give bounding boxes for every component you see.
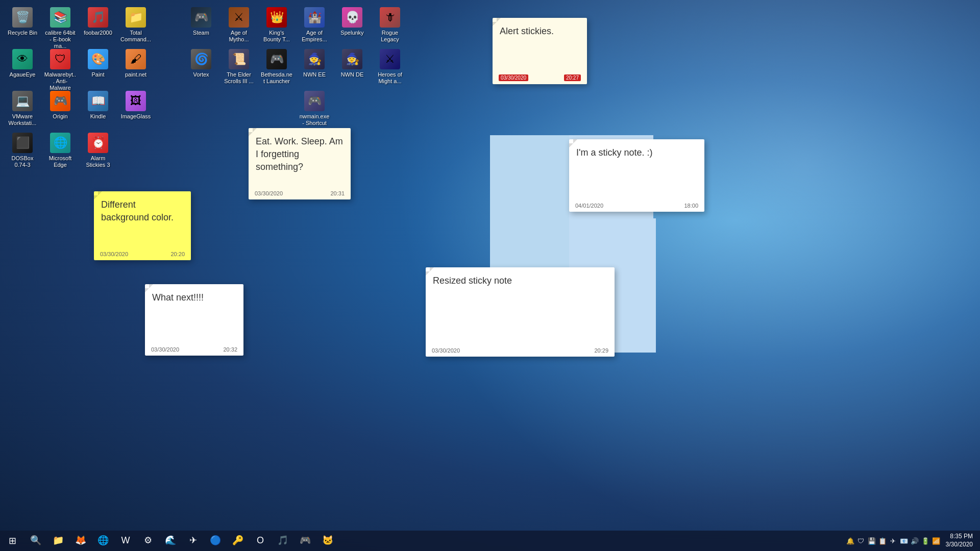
icon-img-bethesda: 🎮 (266, 49, 287, 69)
note-date-sticky: 04/01/2020 (575, 203, 603, 209)
tb-opera[interactable]: O (249, 531, 272, 551)
tray-icon-5[interactable]: ✈ (889, 536, 898, 545)
icon-label-nwnee: NWN EE (303, 71, 326, 78)
note-footer-sticky: 04/01/2020 18:00 (575, 203, 698, 209)
icon-grid-right: 🎮 Steam ⚔ Age of Mytho... 👑 King's Bount… (179, 0, 412, 133)
tb-ie[interactable]: 🌐 (92, 531, 114, 551)
icon-img-spelunky: 💀 (342, 7, 362, 28)
icon-img-paintnet: 🖌 (126, 49, 146, 69)
desktop-icon-alarm[interactable]: ⏰ Alarm Stickies 3 (80, 130, 116, 170)
tb-firefox[interactable]: 🦊 (69, 531, 92, 551)
desktop-icon-age-myth[interactable]: ⚔ Age of Mytho... (220, 4, 257, 45)
icon-label-recycle-bin: Recycle Bin (8, 30, 37, 36)
icon-label-age-myth: Age of Mytho... (223, 30, 255, 43)
desktop-icon-paint[interactable]: 🎨 Paint (80, 46, 116, 87)
icon-img-imageglass: 🖼 (126, 91, 146, 111)
tb-telegram[interactable]: ✈ (182, 531, 204, 551)
tb-game[interactable]: 🎮 (294, 531, 316, 551)
desktop-icon-imageglass[interactable]: 🖼 ImageGlass (117, 88, 154, 129)
note-time-next: 20:32 (223, 346, 237, 353)
desktop-icon-dosbox[interactable]: ⬛ DOSBox 0.74-3 (4, 130, 41, 170)
desktop-icon-agaue[interactable]: 👁 AgaueEye (4, 46, 41, 87)
tb-edge[interactable]: 🌊 (159, 531, 182, 551)
icon-label-total-cmd: Total Command... (119, 30, 152, 43)
desktop-icon-total-cmd[interactable]: 📁 Total Command... (117, 4, 154, 45)
icon-label-heroes: Heroes of Might a... (374, 71, 406, 85)
desktop-icons-left: 🗑️ Recycle Bin 📚 calibre 64bit - E-book … (0, 0, 158, 174)
note-time-sticky: 18:00 (684, 203, 698, 209)
sticky-note-sticky[interactable]: I'm a sticky note. :) 04/01/2020 18:00 (569, 139, 704, 212)
desktop-icon-edge[interactable]: 🌐 Microsoft Edge (42, 130, 79, 170)
note-footer-yellow: 03/30/2020 20:20 (100, 251, 185, 257)
note-date-resized: 03/30/2020 (432, 347, 460, 354)
icon-label-bethesda: Bethesda.net Launcher (260, 71, 293, 85)
tb-word[interactable]: W (114, 531, 137, 551)
desktop-icon-age-emp[interactable]: 🏰 Age of Empires... (296, 4, 333, 45)
icon-img-dosbox: ⬛ (12, 133, 33, 153)
desktop-icon-recycle-bin[interactable]: 🗑️ Recycle Bin (4, 4, 41, 45)
note-text-work: Eat. Work. Sleep. Am I forgetting someth… (256, 135, 344, 174)
clock-time: 8:35 PM (950, 533, 973, 541)
desktop-icon-paintnet[interactable]: 🖌 paint.net (117, 46, 154, 87)
taskbar-right: 🔔 🛡 💾 📋 ✈ 📧 🔊 🔋 📶 8:35 PM 3/30/2020 (846, 531, 980, 551)
sticky-note-alert[interactable]: Alert stickies. 03/30/2020 20:27 (493, 18, 587, 84)
desktop-icon-kings[interactable]: 👑 King's Bounty T... (258, 4, 295, 45)
desktop-icon-heroes[interactable]: ⚔ Heroes of Might a... (372, 46, 408, 87)
icon-img-kings: 👑 (266, 7, 287, 28)
sticky-note-yellow[interactable]: Different background color. 03/30/2020 2… (94, 191, 191, 260)
system-clock[interactable]: 8:35 PM 3/30/2020 (943, 533, 976, 548)
sticky-note-work[interactable]: Eat. Work. Sleep. Am I forgetting someth… (249, 128, 351, 199)
tray-icon-7[interactable]: 🔊 (910, 536, 919, 545)
icon-label-steam: Steam (193, 30, 209, 36)
icon-label-agaue: AgaueEye (10, 71, 36, 78)
desktop-icon-malware[interactable]: 🛡 Malwarebyt... Anti-Malware (42, 46, 79, 87)
sticky-note-next[interactable]: What next!!!! 03/30/2020 20:32 (145, 284, 243, 356)
icon-img-paint: 🎨 (88, 49, 108, 69)
clock-date: 3/30/2020 (946, 541, 973, 549)
desktop-icon-vortex[interactable]: 🌀 Vortex (183, 46, 219, 87)
desktop-icon-vmware[interactable]: 💻 VMware Workstati... (4, 88, 41, 129)
tray-icon-4[interactable]: 📋 (878, 536, 887, 545)
icon-label-rogue: Rogue Legacy (374, 30, 406, 43)
tb-media[interactable]: 🎵 (272, 531, 294, 551)
tb-search[interactable]: 🔍 (24, 531, 47, 551)
icon-label-origin: Origin (53, 113, 67, 120)
note-text-resized: Resized sticky note (433, 274, 607, 287)
tb-chrome[interactable]: 🔵 (204, 531, 227, 551)
tb-pass[interactable]: 🔑 (227, 531, 249, 551)
desktop-icon-bethesda[interactable]: 🎮 Bethesda.net Launcher (258, 46, 295, 87)
icon-label-paint: Paint (91, 71, 104, 78)
note-footer-work: 03/30/2020 20:31 (255, 190, 345, 196)
tray-icon-3[interactable]: 💾 (867, 536, 876, 545)
blue-panel-tl (490, 135, 569, 218)
desktop-icon-nwmain[interactable]: 🎮 nwmain.exe - Shortcut (296, 88, 333, 129)
desktop-icon-origin[interactable]: 🎮 Origin (42, 88, 79, 129)
tray-icon-8[interactable]: 🔋 (921, 536, 930, 545)
note-text-alert: Alert stickies. (500, 25, 580, 38)
desktop-icon-steam[interactable]: 🎮 Steam (183, 4, 219, 45)
desktop-icon-rogue[interactable]: 🗡 Rogue Legacy (372, 4, 408, 45)
desktop-icon-kindle[interactable]: 📖 Kindle (80, 88, 116, 129)
desktop-icon-calibre[interactable]: 📚 calibre 64bit - E-book ma... (42, 4, 79, 45)
icon-img-steam: 🎮 (191, 7, 211, 28)
start-button[interactable]: ⊞ (0, 531, 24, 551)
icon-label-nwnde: NWN DE (341, 71, 364, 78)
desktop-icon-foobar[interactable]: 🎵 foobar2000 (80, 4, 116, 45)
desktop-icon-nwnee[interactable]: 🧙 NWN EE (296, 46, 333, 87)
tb-settings[interactable]: ⚙ (137, 531, 159, 551)
sticky-note-resized[interactable]: Resized sticky note 03/30/2020 20:29 (426, 267, 615, 357)
icon-label-edge: Microsoft Edge (44, 155, 77, 168)
tray-icon-6[interactable]: 📧 (899, 536, 909, 545)
tb-explorer[interactable]: 📁 (47, 531, 69, 551)
tray-icon-2[interactable]: 🛡 (856, 536, 866, 545)
desktop-icon-nwnde[interactable]: 🧙 NWN DE (334, 46, 371, 87)
tb-app[interactable]: 🐱 (316, 531, 339, 551)
tray-icon-1[interactable]: 🔔 (846, 536, 855, 545)
note-date-next: 03/30/2020 (151, 346, 179, 353)
icon-img-foobar: 🎵 (88, 7, 108, 28)
icon-img-rogue: 🗡 (380, 7, 400, 28)
desktop-icon-spelunky[interactable]: 💀 Spelunky (334, 4, 371, 45)
icon-label-age-emp: Age of Empires... (298, 30, 331, 43)
tray-icon-9[interactable]: 📶 (932, 536, 941, 545)
desktop-icon-elder[interactable]: 📜 The Elder Scrolls III ... (220, 46, 257, 87)
